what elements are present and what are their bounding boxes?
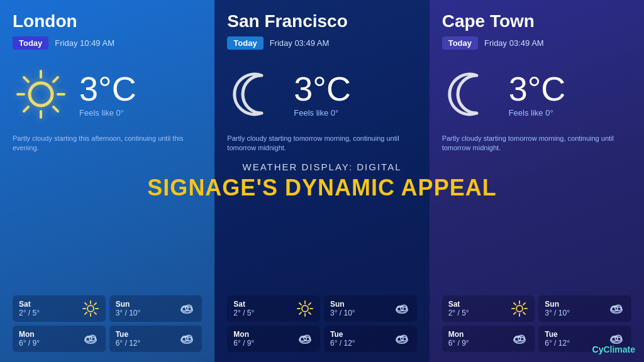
logo-suffix: Climate — [603, 344, 635, 354]
city-name: London — [13, 11, 202, 31]
city-panel-cape-town: Cape Town Today Friday 03:49 AM 3°C Feel… — [430, 0, 644, 362]
forecast-day: Sun — [330, 300, 355, 309]
temp-block: 3°C Feels like 0° — [294, 72, 351, 118]
forecast-temps: 2° / 5° — [448, 309, 469, 317]
forecast-temps: 6° / 12° — [545, 339, 570, 348]
svg-point-9 — [87, 305, 94, 312]
forecast-item: Mon 6° / 9° — [227, 326, 320, 352]
temp-block: 3°C Feels like 0° — [79, 72, 136, 118]
forecast-day: Mon — [448, 330, 469, 339]
svg-line-16 — [94, 303, 96, 305]
forecast-day: Mon — [19, 330, 40, 339]
svg-line-34 — [309, 303, 311, 305]
forecast-temps: 2° / 5° — [19, 309, 40, 317]
forecast-day: Sat — [233, 300, 254, 309]
forecast-day: Tue — [116, 330, 141, 339]
forecast-day: Tue — [330, 330, 355, 339]
city-time-row: Today Friday 03:49 AM — [442, 36, 631, 50]
svg-line-51 — [523, 312, 525, 314]
today-badge: Today — [13, 36, 48, 50]
svg-line-6 — [53, 107, 58, 111]
forecast-icon — [296, 330, 314, 348]
forecast-temps: 6° / 12° — [116, 339, 141, 348]
description: Partly cloudy starting tomorrow morning,… — [227, 134, 416, 156]
forecast-item: Sat 2° / 5° — [13, 295, 106, 322]
svg-point-0 — [30, 83, 52, 106]
svg-line-7 — [53, 77, 58, 82]
weather-main: 3°C Feels like 0° — [442, 60, 631, 129]
feels-like: Feels like 0° — [79, 108, 136, 118]
forecast-icon — [511, 330, 528, 348]
today-badge: Today — [227, 36, 263, 50]
svg-line-33 — [309, 312, 311, 314]
temperature: 3°C — [294, 72, 351, 106]
forecast-icon — [178, 300, 196, 317]
forecast-icon — [393, 300, 411, 317]
weather-icon — [227, 66, 284, 123]
forecast-grid: Sat 2° / 5° Sun 3° / 10° Mon 6° / 9° — [227, 295, 416, 352]
description: Partly cloudy starting tomorrow morning,… — [442, 134, 631, 156]
forecast-item: Sun 3° / 10° — [324, 295, 417, 322]
forecast-day: Tue — [545, 330, 570, 339]
forecast-item: Tue 6° / 12° — [324, 326, 417, 352]
forecast-item: Tue 6° / 12° — [109, 326, 203, 352]
svg-line-50 — [514, 303, 516, 305]
svg-line-52 — [523, 303, 525, 305]
weather-main: 3°C Feels like 0° — [227, 60, 416, 129]
forecast-grid: Sat 2° / 5° Sun 3° / 10° Mon 6° / 9° — [442, 295, 631, 352]
forecast-icon — [82, 300, 99, 317]
svg-line-53 — [514, 312, 516, 314]
forecast-item: Mon 6° / 9° — [442, 326, 535, 352]
forecast-day: Sun — [116, 300, 141, 309]
weather-grid: London Today Friday 10:49 AM 3°C Feels l… — [0, 0, 644, 362]
city-name: Cape Town — [442, 11, 631, 31]
forecast-day: Sat — [448, 300, 469, 309]
forecast-item: Sun 3° / 10° — [538, 295, 631, 322]
feels-like: Feels like 0° — [294, 108, 351, 118]
city-time-row: Today Friday 03:49 AM — [227, 36, 416, 50]
forecast-temps: 6° / 9° — [19, 339, 40, 348]
svg-line-8 — [24, 107, 28, 111]
today-badge: Today — [442, 36, 478, 50]
city-panel-london: London Today Friday 10:49 AM 3°C Feels l… — [0, 0, 214, 362]
city-datetime: Friday 03:49 AM — [484, 38, 544, 48]
forecast-temps: 2° / 5° — [233, 309, 254, 317]
svg-point-27 — [302, 305, 308, 312]
temperature: 3°C — [79, 72, 136, 106]
forecast-temps: 3° / 10° — [116, 309, 141, 317]
forecast-item: Sun 3° / 10° — [109, 295, 203, 322]
forecast-icon — [178, 330, 196, 348]
weather-main: 3°C Feels like 0° — [13, 60, 202, 129]
forecast-icon — [393, 330, 411, 348]
logo-prefix: Cy — [592, 344, 604, 354]
city-time-row: Today Friday 10:49 AM — [13, 36, 202, 50]
city-panel-san-francisco: San Francisco Today Friday 03:49 AM 3°C … — [214, 0, 429, 362]
city-name: San Francisco — [227, 11, 416, 31]
forecast-grid: Sat 2° / 5° Sun 3° / 10° Mon 6° / 9° — [13, 295, 202, 352]
forecast-day: Sat — [19, 300, 40, 309]
svg-line-14 — [85, 303, 87, 305]
feels-like: Feels like 0° — [509, 108, 566, 118]
logo: CyClimate — [592, 344, 635, 354]
svg-line-35 — [299, 312, 301, 314]
svg-line-5 — [24, 77, 28, 82]
forecast-item: Sat 2° / 5° — [227, 295, 320, 322]
forecast-icon — [296, 300, 314, 317]
svg-line-15 — [94, 312, 96, 314]
forecast-temps: 3° / 10° — [330, 309, 355, 317]
forecast-icon — [82, 330, 99, 348]
description: Partly cloudy starting this afternoon, c… — [13, 134, 202, 156]
forecast-day: Sun — [545, 300, 570, 309]
svg-point-45 — [516, 305, 523, 312]
svg-line-32 — [299, 303, 301, 305]
weather-icon — [442, 66, 499, 123]
weather-icon — [13, 66, 69, 123]
temperature: 3°C — [509, 72, 566, 106]
svg-line-17 — [85, 312, 87, 314]
forecast-temps: 6° / 9° — [233, 339, 254, 348]
forecast-icon — [511, 300, 528, 317]
forecast-temps: 3° / 10° — [545, 309, 570, 317]
temp-block: 3°C Feels like 0° — [509, 72, 566, 118]
forecast-item: Sat 2° / 5° — [442, 295, 535, 322]
forecast-day: Mon — [233, 330, 254, 339]
